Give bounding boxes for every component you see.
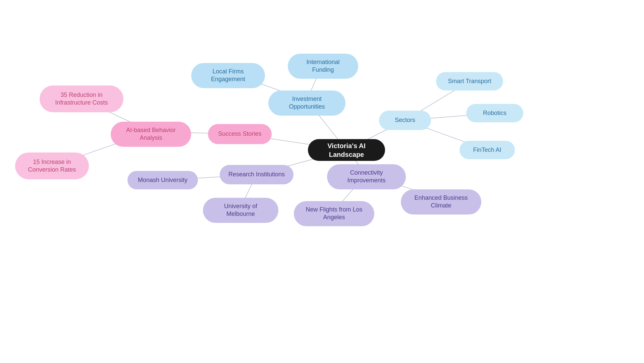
node-conversion-rates[interactable]: 15 Increase in Conversion Rates bbox=[15, 153, 89, 179]
node-research-institutions[interactable]: Research Institutions bbox=[220, 165, 293, 184]
mind-map: Victoria's AI LandscapeSuccess StoriesAI… bbox=[0, 0, 644, 363]
node-robotics[interactable]: Robotics bbox=[466, 104, 523, 122]
node-reduction-costs[interactable]: 35 Reduction in Infrastructure Costs bbox=[40, 85, 123, 112]
node-smart-transport[interactable]: Smart Transport bbox=[436, 72, 503, 90]
node-local-firms[interactable]: Local Firms Engagement bbox=[191, 63, 265, 88]
node-business-climate[interactable]: Enhanced Business Climate bbox=[401, 189, 481, 215]
node-international-funding[interactable]: International Funding bbox=[288, 54, 358, 79]
node-fintech-ai[interactable]: FinTech AI bbox=[460, 141, 515, 159]
node-new-flights[interactable]: New Flights from Los Angeles bbox=[294, 201, 374, 226]
node-university-melbourne[interactable]: University of Melbourne bbox=[203, 198, 278, 223]
node-monash-university[interactable]: Monash University bbox=[127, 171, 198, 189]
node-success-stories[interactable]: Success Stories bbox=[208, 124, 272, 144]
node-center[interactable]: Victoria's AI Landscape bbox=[308, 139, 385, 161]
node-sectors[interactable]: Sectors bbox=[379, 111, 431, 130]
node-ai-behavior[interactable]: AI-based Behavior Analysis bbox=[111, 122, 191, 147]
node-connectivity[interactable]: Connectivity Improvements bbox=[327, 164, 406, 189]
node-investment-opps[interactable]: Investment Opportunities bbox=[268, 90, 345, 116]
